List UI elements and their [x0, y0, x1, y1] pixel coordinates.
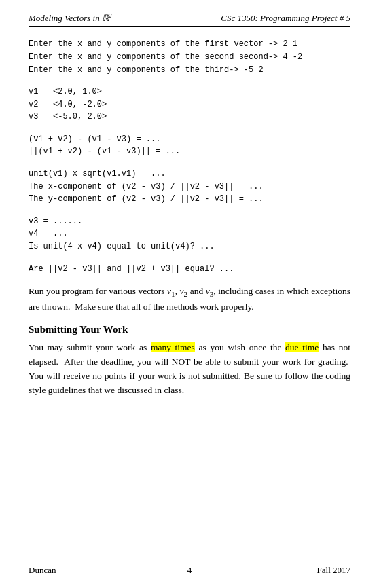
section-heading: Submitting Your Work — [29, 324, 350, 335]
page: Modeling Vectors in ℝ2 CSc 1350: Program… — [0, 0, 379, 588]
expressions3-block: v3 = ...... v4 = ... Is unit(4 x v4) equ… — [29, 215, 350, 253]
footer-left: Duncan — [29, 565, 56, 576]
footer-right: Fall 2017 — [317, 565, 350, 576]
run-program-text: Run you program for various vectors v1, … — [29, 284, 350, 314]
expressions2-block: unit(v1) x sqrt(v1.v1) = ... The x-compo… — [29, 168, 350, 206]
expressions4-block: Are ||v2 - v3|| and ||v2 + v3|| equal? .… — [29, 263, 350, 276]
expressions1-block: (v1 + v2) - (v1 - v3) = ... ||(v1 + v2) … — [29, 133, 350, 158]
header-right: CSc 1350: Programming Project # 5 — [221, 13, 350, 24]
page-header: Modeling Vectors in ℝ2 CSc 1350: Program… — [29, 12, 350, 27]
vector-values-block: v1 = <2.0, 1.0> v2 = <4.0, -2.0> v3 = <-… — [29, 86, 350, 124]
submitting-paragraph: You may submit your work as many times a… — [29, 341, 350, 398]
page-footer: Duncan 4 Fall 2017 — [29, 562, 350, 576]
input-prompts-block: Enter the x and y components of the firs… — [29, 38, 350, 76]
header-left: Modeling Vectors in ℝ2 — [29, 12, 111, 24]
highlight-due-time: due time — [285, 342, 319, 352]
highlight-many-times: many times — [151, 342, 195, 352]
footer-center: 4 — [187, 565, 192, 576]
